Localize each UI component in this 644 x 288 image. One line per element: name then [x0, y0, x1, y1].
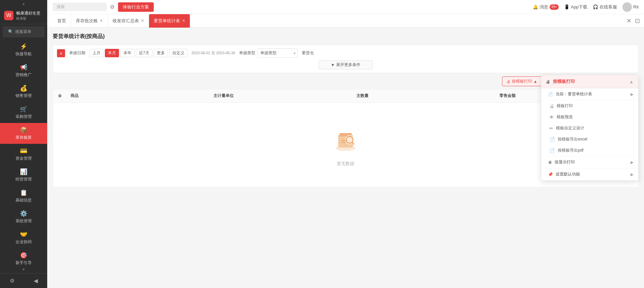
- sidebar-scroll-up[interactable]: ▲: [0, 0, 47, 7]
- marketing-icon: 📢: [20, 64, 27, 71]
- sidebar-item-operations[interactable]: 📊 经营管理: [0, 165, 47, 186]
- dropdown-current-item[interactable]: 📄 当前：要货单统计表 ▶: [541, 88, 638, 100]
- date-btn-last-month[interactable]: 上月: [89, 49, 104, 57]
- dropdown-item-export-pdf[interactable]: 📄 按模板导出pdf: [541, 145, 638, 156]
- tab-home[interactable]: 首页: [53, 14, 71, 28]
- chevron-default: ▶: [631, 172, 634, 177]
- th-qty: 主数量: [352, 93, 495, 99]
- dropdown-item-template-design[interactable]: ✏ 模板自定义设计: [541, 123, 638, 134]
- date-btn-last7[interactable]: 近7天: [136, 49, 152, 57]
- inventory-icon: 📦: [20, 126, 27, 134]
- dropdown-item-template-preview[interactable]: 👁 模板预览: [541, 111, 638, 123]
- dropdown-item-export-excel[interactable]: 📄 按模板导出excel: [541, 134, 638, 145]
- system-icon: ⚙️: [20, 210, 27, 217]
- enterprise-icon: 🤝: [20, 231, 27, 238]
- empty-illustration: [329, 123, 362, 157]
- sidebar-item-system[interactable]: ⚙️ 系统管理: [0, 206, 47, 227]
- date-label: 单据日期: [69, 50, 85, 56]
- sidebar-scroll-down[interactable]: ▼: [0, 266, 47, 273]
- sidebar-item-inventory[interactable]: 📦 库存核算: [0, 123, 47, 144]
- chevron-right-icon: ▶: [631, 92, 634, 97]
- app-download-btn[interactable]: 📱 App下载: [564, 4, 587, 10]
- tab-close-receipt-summary[interactable]: ✕: [141, 19, 144, 23]
- sidebar-item-basic[interactable]: 📋 基础信息: [0, 186, 47, 206]
- mobile-icon: 📱: [564, 4, 569, 9]
- sidebar-item-purchase[interactable]: 🛒 采购管理: [0, 102, 47, 123]
- sidebar-collapse-btn[interactable]: ◀: [32, 276, 39, 285]
- dropdown-section-default: 📌 设置默认功能 ▶: [541, 168, 638, 181]
- sidebar-item-enterprise[interactable]: 🤝 企业协同: [0, 227, 47, 248]
- type-filter: 单据类型 单据类型: [239, 49, 298, 58]
- sidebar-settings-btn[interactable]: ⚙: [8, 276, 16, 285]
- sidebar-logo: W 畅康通好生意 标准版: [0, 7, 47, 24]
- filter-collapse-btn[interactable]: «: [57, 49, 65, 57]
- th-gear[interactable]: ⚙: [53, 94, 66, 98]
- tab-receipt-summary[interactable]: 收发存汇总表 ✕: [108, 14, 149, 28]
- newbie-icon: 🎯: [20, 252, 27, 259]
- date-btn-this-month[interactable]: 本月: [105, 49, 119, 57]
- trial-btn[interactable]: 体验行业方案: [118, 2, 154, 12]
- dropdown-header-left: 🖨 按模板打印: [546, 78, 575, 85]
- app-logo-icon: W: [4, 11, 13, 20]
- topbar-gear-icon[interactable]: ⚙: [110, 4, 115, 10]
- notification-btn[interactable]: 🔔 消息 99+: [533, 4, 559, 10]
- filter-expand-btn[interactable]: ▼ 展开更多条件: [319, 60, 373, 69]
- dropdown-section-items: 🖨 模板打印 👁 模板预览 ✏ 模板自定义设计 📄 按模板导出excel 📄: [541, 100, 638, 156]
- template-preview-icon: 👁: [549, 115, 554, 120]
- sales-icon: 💰: [20, 85, 27, 92]
- tabbar-actions: ✕ ⊡: [626, 17, 640, 25]
- topbar-search-box[interactable]: 搜索: [53, 3, 107, 11]
- dropdown-chevron-up[interactable]: ▲: [629, 79, 634, 84]
- purchase-icon: 🛒: [20, 105, 27, 113]
- warehouse-filter: 要货仓: [302, 50, 314, 56]
- export-excel-icon: 📄: [549, 137, 555, 142]
- sidebar-item-quick-nav[interactable]: ⚡ 快捷导航: [0, 39, 47, 60]
- search-icon: 🔍: [8, 29, 13, 34]
- filter-row-1: « 单据日期 上月 本月 本年 近7天 更多 自定义 2023-06-01 至 …: [57, 49, 634, 58]
- sidebar-item-newbie[interactable]: 🎯 新手引导: [0, 248, 47, 266]
- dropdown-header: 🖨 按模板打印 ▲: [541, 75, 638, 88]
- empty-text: 暂无数据: [337, 161, 354, 167]
- online-service-btn[interactable]: 🎧 在线客服: [593, 4, 617, 10]
- dropdown-default-item[interactable]: 📌 设置默认功能 ▶: [541, 168, 638, 180]
- filter-bar: « 单据日期 上月 本月 本年 近7天 更多 自定义 2023-06-01 至 …: [53, 45, 639, 73]
- topbar-right: 🔔 消息 99+ 📱 App下载 🎧 在线客服 Rit: [533, 2, 639, 12]
- sidebar-item-sales[interactable]: 💰 销售管理: [0, 81, 47, 102]
- date-btn-this-year[interactable]: 本年: [120, 49, 135, 57]
- page-title: 要货单统计表(按商品): [53, 33, 639, 40]
- app-logo-text: 畅康通好生意 标准版: [16, 11, 40, 21]
- sidebar-bottom: ⚙ ◀: [0, 273, 47, 288]
- date-btn-group: 上月 本月 本年 近7天 更多 自定义: [89, 49, 187, 57]
- type-select-wrapper: 单据类型: [257, 49, 298, 58]
- expand-icon: ▼: [331, 63, 335, 67]
- date-btn-custom[interactable]: 自定义: [169, 49, 187, 57]
- sidebar-item-marketing[interactable]: 📢 营销推广: [0, 60, 47, 81]
- sidebar-item-finance[interactable]: 💳 资金管理: [0, 144, 47, 165]
- default-icon: 📌: [548, 172, 553, 177]
- topbar: 搜索 ⚙ 体验行业方案 🔔 消息 99+ 📱 App下载 🎧 在线客服 Rit: [47, 0, 644, 14]
- finance-icon: 💳: [20, 147, 27, 155]
- tab-order-stats[interactable]: 要货单统计表 ✕: [149, 14, 190, 28]
- topbar-left: 搜索 ⚙ 体验行业方案: [53, 2, 154, 12]
- printer-icon: 🖨: [506, 79, 510, 84]
- user-avatar-area[interactable]: Rit: [622, 2, 639, 12]
- type-label: 单据类型: [239, 50, 255, 56]
- dropdown-section-current: 📄 当前：要货单统计表 ▶: [541, 88, 638, 100]
- tab-close-inventory-batch[interactable]: ✕: [100, 19, 103, 23]
- export-pdf-icon: 📄: [549, 148, 555, 153]
- date-btn-more[interactable]: 更多: [154, 49, 168, 57]
- template-design-icon: ✏: [549, 126, 553, 131]
- dropdown-item-template-print[interactable]: 🖨 模板打印: [541, 100, 638, 111]
- dropdown-display-print-item[interactable]: 🖥 按显示打印 ▶: [541, 156, 638, 168]
- quick-nav-icon: ⚡: [20, 43, 27, 50]
- type-select[interactable]: 单据类型: [257, 49, 298, 58]
- tab-inventory-batch[interactable]: 库存批次账 ✕: [71, 14, 108, 28]
- sidebar-search[interactable]: 🔍 搜索菜单: [3, 26, 45, 37]
- tab-expand-icon[interactable]: ⊡: [635, 17, 640, 25]
- print-template-btn[interactable]: 🖨 按模板打印 ▲: [502, 76, 542, 86]
- headset-icon: 🎧: [593, 4, 598, 9]
- sidebar-nav: ⚡ 快捷导航 📢 营销推广 💰 销售管理 🛒 采购管理 📦 库存核算 💳 资金管…: [0, 39, 47, 266]
- dropdown-header-actions: ▲: [629, 79, 634, 84]
- tab-close-all-icon[interactable]: ✕: [626, 17, 632, 25]
- tab-close-order-stats[interactable]: ✕: [182, 19, 185, 23]
